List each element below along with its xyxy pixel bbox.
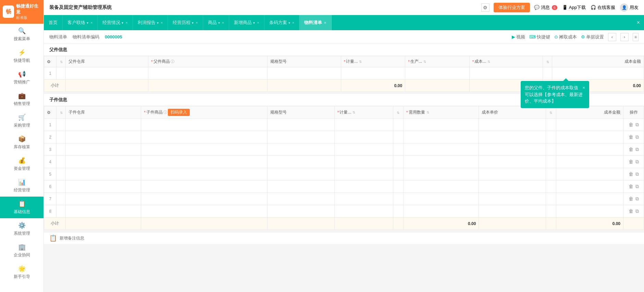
delete-icon[interactable]: 🗑 — [629, 122, 633, 128]
user-button[interactable]: 👤 用友 — [620, 3, 639, 12]
copy-icon[interactable]: ⧉ — [635, 134, 639, 140]
row-unit[interactable] — [334, 119, 393, 131]
tab-close-icon[interactable]: × — [257, 21, 259, 25]
delete-icon[interactable]: 🗑 — [629, 134, 633, 140]
row-product[interactable] — [141, 193, 268, 205]
row-product[interactable] — [148, 67, 268, 80]
row-unit[interactable] — [334, 143, 393, 156]
copy-icon[interactable]: ⧉ — [635, 159, 639, 165]
copy-icon[interactable]: ⧉ — [635, 196, 639, 202]
tab-close-icon[interactable]: × — [90, 21, 92, 25]
settings-gear-icon[interactable]: ⚙ — [481, 3, 490, 12]
row-unit[interactable] — [341, 67, 405, 80]
row-warehouse[interactable] — [66, 67, 148, 80]
row-unit[interactable] — [334, 205, 393, 218]
expand-button[interactable]: ≡ — [633, 33, 639, 41]
settings-button[interactable]: ⚙ 单据设置 — [581, 34, 604, 40]
tab-close-icon[interactable]: × — [161, 21, 163, 25]
sidebar-item-operations[interactable]: 📊 经营管理 — [0, 175, 44, 197]
tab-home[interactable]: 首页 — [44, 15, 63, 30]
row-needed[interactable] — [404, 143, 479, 156]
row-warehouse[interactable] — [66, 193, 141, 205]
sidebar-item-search[interactable]: 🔍 搜索菜单 — [0, 24, 44, 45]
online-service-button[interactable]: 🎧 在线客服 — [591, 4, 615, 11]
row-produce[interactable] — [405, 67, 470, 80]
row-warehouse[interactable] — [66, 143, 141, 156]
row-unit[interactable] — [334, 131, 393, 143]
app-download-button[interactable]: 📱 App下载 — [562, 4, 586, 11]
row-unit[interactable] — [334, 180, 393, 193]
tab-new-goods[interactable]: 新增商品 ▾ × — [229, 15, 264, 30]
copy-icon[interactable]: ⧉ — [635, 171, 639, 177]
tab-close-icon[interactable]: × — [292, 21, 294, 25]
sidebar-item-system[interactable]: ⚙️ 系统管理 — [0, 218, 44, 240]
row-needed[interactable] — [404, 119, 479, 131]
row-warehouse[interactable] — [66, 119, 141, 131]
tab-customer[interactable]: 客户联络 ▾ × — [63, 15, 98, 30]
tab-close-icon[interactable]: × — [125, 21, 127, 25]
row-warehouse[interactable] — [66, 131, 141, 143]
row-needed[interactable] — [404, 168, 479, 180]
delete-icon[interactable]: 🗑 — [629, 147, 633, 152]
row-product[interactable] — [141, 205, 268, 218]
info-icon[interactable]: ⓘ — [171, 59, 174, 64]
tab-close-icon[interactable]: × — [324, 21, 326, 25]
th-child-settings[interactable]: ⚙ — [44, 106, 57, 119]
row-unit-cost[interactable] — [479, 143, 546, 156]
row-unit-cost[interactable] — [479, 119, 546, 131]
row-unit[interactable] — [334, 193, 393, 205]
shortcut-button[interactable]: ⌨ 快捷键 — [529, 34, 550, 40]
row-needed[interactable] — [404, 193, 479, 205]
copy-icon[interactable]: ⧉ — [635, 208, 639, 214]
row-cost[interactable] — [469, 67, 543, 80]
row-product[interactable] — [141, 131, 268, 143]
sidebar-item-basic[interactable]: 📋 基础信息 — [0, 197, 44, 218]
row-unit[interactable] — [334, 156, 393, 168]
tooltip-close-button[interactable]: × — [582, 84, 585, 91]
row-unit-cost[interactable] — [479, 180, 546, 193]
sidebar-item-corp[interactable]: 🏢 企业协同 — [0, 240, 44, 261]
tab-operations-status[interactable]: 经营情况 ▾ × — [98, 15, 133, 30]
sidebar-item-marketing[interactable]: 📢 营销推广 — [0, 67, 44, 89]
row-needed[interactable] — [404, 131, 479, 143]
sidebar-item-sales[interactable]: 💼 销售管理 — [0, 89, 44, 110]
tab-ops-history[interactable]: 经营历程 ▾ × — [168, 15, 203, 30]
tab-profit-report[interactable]: 利润报告 ▾ × — [133, 15, 168, 30]
row-unit-cost[interactable] — [479, 193, 546, 205]
sidebar-logo[interactable]: 畅 畅捷通好生意 标准版 — [0, 0, 44, 24]
row-unit-cost[interactable] — [479, 156, 546, 168]
copy-icon[interactable]: ⧉ — [635, 147, 639, 152]
tab-close-icon[interactable]: × — [196, 21, 198, 25]
delete-icon[interactable]: 🗑 — [629, 171, 633, 177]
row-product[interactable] — [141, 168, 268, 180]
row-product[interactable] — [141, 156, 268, 168]
scan-input-button[interactable]: 扫码录入 — [168, 109, 190, 116]
row-product[interactable] — [141, 143, 268, 156]
close-all-tabs-button[interactable]: × — [633, 20, 644, 26]
row-unit-cost[interactable] — [479, 131, 546, 143]
row-needed[interactable] — [404, 156, 479, 168]
try-industry-button[interactable]: 体验行业方案 — [494, 3, 530, 12]
info-icon[interactable]: ⓘ — [163, 110, 167, 115]
delete-icon[interactable]: 🗑 — [629, 208, 633, 214]
copy-icon[interactable]: ⧉ — [635, 184, 639, 189]
row-warehouse[interactable] — [66, 205, 141, 218]
row-product[interactable] — [141, 119, 268, 131]
row-unit-cost[interactable] — [479, 205, 546, 218]
delete-icon[interactable]: 🗑 — [629, 184, 633, 189]
prev-doc-button[interactable]: ‹ — [608, 33, 616, 41]
row-needed[interactable] — [404, 180, 479, 193]
delete-icon[interactable]: 🗑 — [629, 159, 633, 165]
row-needed[interactable] — [404, 205, 479, 218]
message-button[interactable]: 💬 消息 6 — [534, 4, 557, 11]
sidebar-item-finance[interactable]: 💰 资金管理 — [0, 153, 44, 175]
tab-close-icon[interactable]: × — [222, 21, 224, 25]
row-unit-cost[interactable] — [479, 168, 546, 180]
row-warehouse[interactable] — [66, 156, 141, 168]
row-product[interactable] — [141, 180, 268, 193]
tab-bom[interactable]: 物料清单 × — [299, 15, 331, 30]
add-note-label[interactable]: 新增备注信息 — [60, 235, 84, 241]
sidebar-item-purchase[interactable]: 🛒 采购管理 — [0, 110, 44, 132]
next-doc-button[interactable]: › — [620, 33, 629, 41]
tab-goods[interactable]: 商品 ▾ × — [203, 15, 229, 30]
